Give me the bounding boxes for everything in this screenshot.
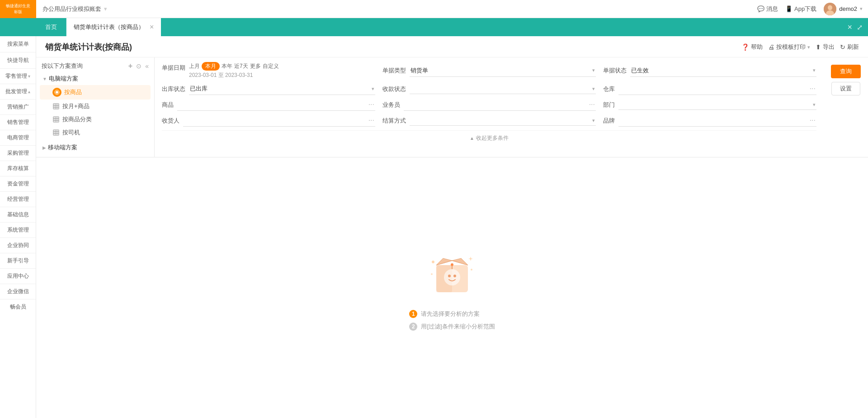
scheme-by-product[interactable]: 按商品 [40, 85, 151, 100]
scheme-by-month-product-label: 按月+商品 [62, 102, 90, 110]
inventory-nav-item[interactable]: 库存核算 [0, 161, 36, 176]
recipient-dots[interactable]: ··· [368, 116, 374, 124]
svg-rect-15 [53, 130, 59, 135]
enterprise-nav-item[interactable]: 企业协同 [0, 238, 36, 253]
payment-status-select[interactable]: ▾ [410, 84, 596, 94]
ecommerce-nav-item[interactable]: 电商管理 [0, 130, 36, 146]
order-status-value: 已生效 [631, 66, 649, 75]
warehouse-dots[interactable]: ··· [810, 85, 816, 93]
out-storage-select[interactable]: 已出库 ▾ [189, 83, 375, 95]
filter-recipient-field: 收货人 ··· [162, 114, 375, 127]
help-btn[interactable]: ❓ 帮助 [741, 43, 763, 51]
shortcut-last-month[interactable]: 上月 [189, 62, 200, 70]
filter-staff-field: 业务员 ··· [382, 99, 596, 111]
query-btn[interactable]: 查询 [831, 65, 861, 78]
shortcut-7days[interactable]: 近7天 [234, 62, 248, 70]
page-header: 销货单统计计表(按商品) ❓ 帮助 🖨 按模板打印 ▾ ⬆ 导出 [36, 36, 868, 57]
out-storage-label: 出库状态 [162, 85, 185, 93]
brand-label: 品牌 [603, 117, 615, 125]
out-storage-value: 已出库 [190, 85, 208, 93]
scheme-add-btn[interactable]: + [128, 62, 132, 70]
scheme-by-month-product[interactable]: 按月+商品 [40, 100, 151, 113]
template-print-btn[interactable]: 🖨 按模板打印 ▾ [768, 43, 810, 51]
settings-btn[interactable]: 设置 [831, 82, 860, 95]
member-nav-item[interactable]: 畅会员 [0, 299, 36, 314]
app-center-nav-item[interactable]: 应用中心 [0, 269, 36, 284]
refresh-btn[interactable]: ↻ 刷新 [840, 43, 859, 51]
empty-tip-1: 1 请先选择要分析的方案 [409, 310, 495, 318]
collapse-filter-btn[interactable]: ▲ 收起更多条件 [162, 130, 816, 145]
scheme-by-product-label: 按商品 [64, 88, 82, 96]
shortcut-custom[interactable]: 自定义 [263, 62, 279, 70]
finance-nav-item[interactable]: 资金管理 [0, 176, 36, 192]
order-status-arrow: ▾ [813, 67, 816, 73]
svg-point-1 [828, 5, 832, 10]
staff-multi-select[interactable]: ··· [404, 99, 596, 111]
empty-state-tips: 1 请先选择要分析的方案 2 用[过滤]条件来缩小分析范围 [409, 310, 495, 331]
basic-info-nav-item[interactable]: 基础信息 [0, 207, 36, 223]
user-menu[interactable]: demo2 ▾ [824, 3, 863, 15]
avatar [824, 3, 836, 15]
tip-2-text: 用[过滤]条件来缩小分析范围 [421, 323, 495, 331]
retail-nav-item[interactable]: 零售管理 ▾ [0, 69, 36, 84]
procurement-nav-item[interactable]: 采购管理 [0, 146, 36, 161]
mobile-group-header[interactable]: ▶ 移动端方案 [39, 142, 151, 153]
tip-1-number: 1 [409, 310, 417, 318]
export-btn[interactable]: ⬆ 导出 [816, 43, 835, 51]
brand-dots[interactable]: ··· [810, 116, 816, 124]
svg-point-4 [56, 91, 58, 94]
product-multi-select[interactable]: ··· [177, 99, 375, 111]
scheme-collapse-btn[interactable]: « [145, 62, 149, 70]
brand-text: 畅捷通好生意 标版 [6, 3, 30, 14]
username: demo2 [839, 5, 857, 12]
app-download-btn[interactable]: 📱 App下载 [785, 5, 816, 13]
filter-payment-status-field: 收款状态 ▾ [382, 84, 596, 94]
filter-out-storage-field: 出库状态 已出库 ▾ [162, 83, 375, 95]
staff-dots[interactable]: ··· [589, 100, 595, 109]
wholesale-arrow: ▴ [28, 89, 30, 94]
print-arrow: ▾ [807, 44, 810, 50]
settlement-select[interactable]: ▾ [410, 116, 596, 126]
marketing-nav-item[interactable]: 营销推广 [0, 100, 36, 115]
tab-close-icon[interactable]: × [150, 23, 154, 31]
wholesale-nav-item[interactable]: 批发管理 ▴ [0, 84, 36, 100]
messages-btn[interactable]: 💬 消息 [757, 5, 778, 13]
svg-point-23 [448, 275, 451, 277]
shortcut-this-year[interactable]: 本年 [222, 62, 232, 70]
brand-multi-select[interactable]: ··· [618, 114, 816, 127]
order-type-select[interactable]: 销货单 ▾ [410, 65, 596, 77]
scheme-settings-btn[interactable]: ⊙ [136, 62, 142, 70]
recipient-multi-select[interactable]: ··· [183, 114, 375, 127]
window-close-icon[interactable]: × [847, 23, 852, 32]
search-menu-item[interactable]: 搜索菜单 [0, 36, 36, 52]
print-icon: 🖨 [768, 43, 774, 51]
wechat-nav-item[interactable]: 企业微信 [0, 284, 36, 299]
tab-sales-stat[interactable]: 销货单统计计表（按商品） × [66, 18, 161, 36]
scheme-by-printer[interactable]: 按司机 [40, 126, 151, 139]
filter-department-field: 部门 ▾ [603, 100, 816, 110]
page-title: 销货单统计计表(按商品) [45, 42, 132, 52]
svg-point-22 [444, 269, 460, 285]
message-icon: 💬 [757, 5, 764, 12]
warehouse-multi-select[interactable]: ··· [618, 83, 816, 95]
scheme-by-category[interactable]: 按商品分类 [40, 113, 151, 126]
system-nav-item[interactable]: 系统管理 [0, 223, 36, 238]
shortcut-more[interactable]: 更多 [250, 62, 261, 70]
payment-status-label: 收款状态 [382, 85, 406, 93]
order-type-arrow: ▾ [592, 67, 595, 73]
pc-group-header[interactable]: ▼ 电脑端方案 [39, 73, 151, 85]
filter-brand-field: 品牌 ··· [603, 114, 816, 127]
window-maximize-icon[interactable]: ⤢ [857, 23, 863, 32]
department-select[interactable]: ▾ [618, 100, 816, 110]
collapse-arrow-icon: ▲ [470, 136, 474, 141]
product-dots[interactable]: ··· [368, 100, 374, 109]
business-nav-item[interactable]: 经营管理 [0, 192, 36, 207]
tutorial-nav-item[interactable]: 新手引导 [0, 253, 36, 269]
sales-mgmt-nav-item[interactable]: 销售管理 [0, 115, 36, 130]
scheme-by-month-product-icon [52, 103, 60, 110]
tab-home[interactable]: 首页 [36, 18, 66, 36]
order-status-select[interactable]: 已生效 ▾ [630, 65, 816, 77]
product-label: 商品 [162, 101, 174, 109]
quick-nav-item[interactable]: 快捷导航 [0, 52, 36, 69]
shortcut-this-month[interactable]: 本月 [202, 62, 220, 71]
